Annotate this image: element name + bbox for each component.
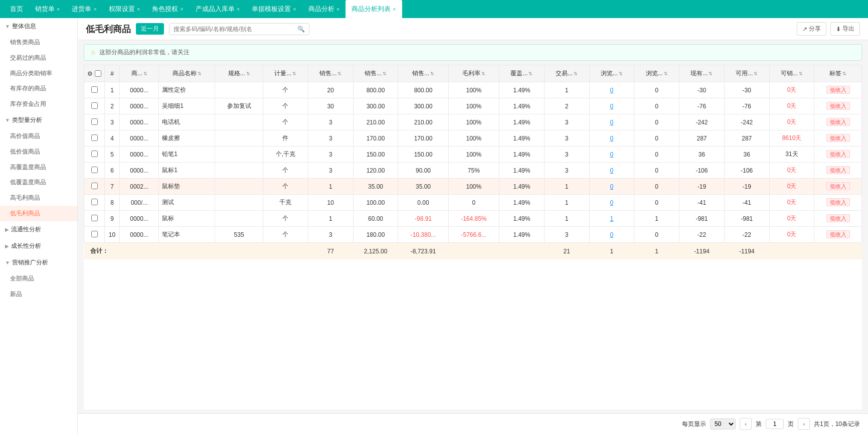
col-gross-rate[interactable]: 毛利率⇅: [448, 65, 499, 82]
next-page-button[interactable]: ›: [798, 418, 810, 430]
col-spec[interactable]: 规格...⇅: [215, 65, 263, 82]
nav-product-analysis[interactable]: 商品分析×: [302, 0, 345, 18]
col-sales-amount[interactable]: 销售...⇅: [398, 65, 448, 82]
row-coverage: 1.49%: [499, 98, 545, 114]
per-page-select[interactable]: 50 100 200: [710, 418, 736, 429]
row-name: 笔记本: [159, 227, 215, 243]
row-checkbox[interactable]: [91, 86, 98, 93]
col-coverage[interactable]: 覆盖...⇅: [499, 65, 545, 82]
row-checkbox[interactable]: [91, 134, 98, 141]
col-sellable[interactable]: 可销...⇅: [769, 65, 814, 82]
row-checkbox[interactable]: [91, 231, 98, 237]
nav-permission[interactable]: 权限设置×: [103, 0, 146, 18]
close-template-icon[interactable]: ×: [293, 6, 296, 12]
close-purchase-icon[interactable]: ×: [93, 6, 96, 12]
row-checkbox[interactable]: [91, 167, 98, 173]
row-gross-rate: 100%: [448, 130, 499, 147]
search-input[interactable]: [173, 26, 295, 33]
col-current-stock[interactable]: 现有...⇅: [679, 65, 725, 82]
row-name: 电话机: [159, 114, 215, 130]
filter-recent-month-button[interactable]: 近一月: [136, 23, 164, 35]
close-permission-icon[interactable]: ×: [137, 6, 140, 12]
row-checkbox[interactable]: [91, 183, 98, 189]
row-sales-qty: 3: [308, 147, 353, 163]
col-num: #: [105, 65, 120, 82]
col-sales-price[interactable]: 销售...⇅: [353, 65, 398, 82]
close-product-entry-icon[interactable]: ×: [237, 6, 240, 12]
col-browse2[interactable]: 浏览...⇅: [634, 65, 679, 82]
sidebar-item-all-products[interactable]: 全部商品: [0, 271, 77, 286]
row-sales-qty: 3: [308, 114, 353, 130]
sidebar-group-circulation[interactable]: ▶ 流通性分析: [0, 221, 77, 238]
sidebar-item-stock-capital[interactable]: 库存资金占用: [0, 96, 77, 112]
sidebar-item-low-value[interactable]: 低价值商品: [0, 144, 77, 160]
sidebar-item-in-stock[interactable]: 有库存的商品: [0, 81, 77, 96]
nav-home[interactable]: 首页: [4, 0, 29, 18]
col-available[interactable]: 可用...⇅: [724, 65, 769, 82]
sidebar-item-high-gross[interactable]: 高毛利商品: [0, 190, 77, 206]
col-name[interactable]: 商品名称⇅: [159, 65, 215, 82]
row-spec: [215, 82, 263, 98]
row-num: 2: [105, 98, 120, 114]
sidebar-item-high-coverage[interactable]: 高覆盖度商品: [0, 160, 77, 175]
row-available: -106: [724, 163, 769, 179]
row-spec: [215, 211, 263, 227]
row-checkbox[interactable]: [91, 102, 98, 109]
sidebar-item-category-sales-rate[interactable]: 商品分类助销率: [0, 66, 77, 81]
share-button[interactable]: ↗ 分享: [797, 22, 826, 36]
prev-page-button[interactable]: ‹: [740, 418, 752, 430]
col-transactions[interactable]: 交易...⇅: [544, 65, 589, 82]
settings-icon[interactable]: ⚙: [87, 70, 93, 77]
row-available: -19: [724, 179, 769, 195]
page-number-input[interactable]: [766, 419, 784, 429]
row-coverage: 1.49%: [499, 130, 545, 147]
row-browse1: 0: [589, 98, 634, 114]
row-checkbox[interactable]: [91, 199, 98, 205]
row-browse2: 0: [634, 227, 679, 243]
footer-empty2: [499, 243, 545, 260]
nav-template[interactable]: 单据模板设置×: [246, 0, 302, 18]
row-name: 鼠标1: [159, 163, 215, 179]
sidebar-item-sales-products[interactable]: 销售类商品: [0, 35, 77, 50]
close-product-list-icon[interactable]: ×: [393, 6, 396, 12]
nav-role[interactable]: 角色授权×: [146, 0, 189, 18]
table-row: 8 000/... 测试 千克 10 100.00 0.00 0 1.49% 1…: [84, 195, 862, 211]
row-coverage: 1.49%: [499, 195, 545, 211]
table-row: 4 0000... 橡皮擦 件 3 170.00 170.00 100% 1.4…: [84, 130, 862, 147]
row-unit: 个: [263, 179, 308, 195]
sidebar-group-overall[interactable]: ▼ 整体信息: [0, 18, 77, 35]
sidebar-item-low-gross[interactable]: 低毛利商品: [0, 206, 77, 221]
row-tag: 低收入: [814, 211, 862, 227]
row-checkbox[interactable]: [91, 151, 98, 157]
close-product-analysis-icon[interactable]: ×: [336, 6, 339, 12]
search-icon[interactable]: 🔍: [297, 26, 305, 33]
row-checkbox[interactable]: [91, 215, 98, 221]
nav-product-analysis-list[interactable]: 商品分析列表×: [345, 0, 402, 18]
row-settings: [84, 227, 105, 243]
select-all-checkbox[interactable]: [95, 70, 101, 77]
col-tag[interactable]: 标签⇅: [814, 65, 862, 82]
col-sales-qty[interactable]: 销售...⇅: [308, 65, 353, 82]
close-role-icon[interactable]: ×: [180, 6, 183, 12]
sidebar-item-new-products[interactable]: 新品: [0, 286, 77, 302]
sidebar-group-growth[interactable]: ▶ 成长性分析: [0, 238, 77, 254]
export-button[interactable]: ⬇ 导出: [830, 22, 860, 36]
row-gross-rate: -164.85%: [448, 211, 499, 227]
row-browse2: 1: [634, 211, 679, 227]
col-code[interactable]: 商...⇅: [120, 65, 159, 82]
col-unit[interactable]: 计量...⇅: [263, 65, 308, 82]
nav-purchase[interactable]: 进货单×: [66, 0, 102, 18]
sidebar-group-marketing[interactable]: ▼ 营销推广分析: [0, 254, 77, 271]
sidebar-group-type[interactable]: ▼ 类型量分析: [0, 112, 77, 128]
close-sales-icon[interactable]: ×: [57, 6, 60, 12]
sidebar-item-high-value[interactable]: 高价值商品: [0, 128, 77, 144]
sidebar-item-low-coverage[interactable]: 低覆盖度商品: [0, 175, 77, 190]
nav-product-entry[interactable]: 产成品入库单×: [190, 0, 246, 18]
sidebar-item-traded-products[interactable]: 交易过的商品: [0, 50, 77, 66]
col-settings[interactable]: ⚙: [84, 65, 105, 82]
row-spec: [215, 147, 263, 163]
row-checkbox[interactable]: [91, 118, 98, 125]
row-current-stock: -76: [679, 98, 725, 114]
col-browse1[interactable]: 浏览...⇅: [589, 65, 634, 82]
nav-sales[interactable]: 销货单×: [29, 0, 66, 18]
